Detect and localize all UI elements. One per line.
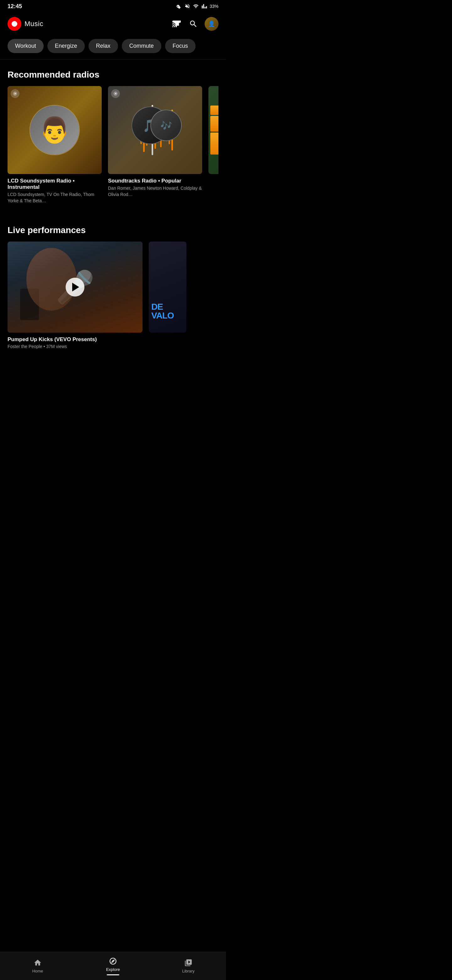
recommended-radios-title: Recommended radios — [8, 70, 219, 80]
radio-cards-scroll[interactable]: 👨 LCD Soundsystem Radio • Instrumental L… — [8, 86, 219, 209]
radio-card-soundtracks-sub: Dan Romer, James Newton Howard, Coldplay… — [108, 185, 202, 197]
mood-chip-workout[interactable]: Workout — [8, 39, 44, 53]
cast-icon — [172, 19, 181, 28]
signal-icon — [201, 3, 207, 9]
mood-chips-container: Workout Energize Relax Commute Focus — [0, 35, 226, 57]
logo-area: Music — [8, 17, 43, 31]
puk-subtitle: Foster the People • 37M views — [8, 344, 143, 349]
live-performances-section: Live performances 🎤 Pumped Up — [0, 218, 226, 356]
bottom-spacer — [0, 356, 226, 388]
recommended-radios-section: Recommended radios — [0, 62, 226, 212]
radio-card-soundtracks[interactable]: 🎵 🎶 Soundtracks Radio • Popular Dan Rome… — [108, 86, 202, 204]
section-divider — [0, 59, 226, 60]
puk-play-button[interactable] — [66, 278, 84, 296]
lorde-partial-image: DEVALO — [149, 242, 186, 332]
mood-chip-relax[interactable]: Relax — [89, 39, 118, 53]
perf-card-puk-image: 🎤 — [8, 242, 143, 332]
status-time: 12:45 — [8, 3, 22, 10]
yt-music-logo — [8, 17, 21, 31]
key-icon — [176, 3, 182, 9]
battery-status: 33% — [210, 4, 219, 9]
radio-card-lcd-sub: LCD Soundsystem, TV On The Radio, Thom Y… — [8, 192, 102, 204]
status-icons: 33% — [176, 3, 219, 9]
radio-card-partial-image — [208, 86, 219, 174]
perf-card-pumped-up-kicks[interactable]: 🎤 Pumped Up Kicks (VEVO Presents) Foster… — [8, 242, 143, 349]
live-performances-title: Live performances — [8, 225, 219, 235]
mood-chip-energize[interactable]: Energize — [48, 39, 85, 53]
profile-avatar[interactable]: 👤 — [205, 17, 219, 31]
header-actions: 👤 — [171, 17, 219, 31]
mood-chip-commute[interactable]: Commute — [122, 39, 161, 53]
radio-card-lcd[interactable]: 👨 LCD Soundsystem Radio • Instrumental L… — [8, 86, 102, 204]
status-bar: 12:45 33% — [0, 0, 226, 13]
radio-play-icon-lcd[interactable] — [11, 89, 19, 98]
cast-button[interactable] — [171, 18, 182, 30]
radio-card-lcd-image: 👨 — [8, 86, 102, 174]
radio-card-soundtracks-title: Soundtracks Radio • Popular — [108, 178, 202, 184]
avatar-icon: 👤 — [208, 21, 215, 27]
radio-card-lcd-title: LCD Soundsystem Radio • Instrumental — [8, 178, 102, 190]
mood-chip-focus[interactable]: Focus — [165, 39, 195, 53]
app-title: Music — [24, 20, 43, 28]
radio-play-icon-soundtracks[interactable] — [111, 89, 120, 98]
radio-card-partial[interactable] — [208, 86, 219, 204]
search-icon — [189, 19, 198, 28]
app-header: Music 👤 — [0, 13, 226, 35]
soundtracks-collage: 🎵 🎶 — [128, 103, 182, 157]
search-button[interactable] — [188, 18, 199, 30]
performance-cards-scroll[interactable]: 🎤 Pumped Up Kicks (VEVO Presents) Foster… — [8, 242, 219, 354]
radio-card-soundtracks-image: 🎵 🎶 — [108, 86, 202, 174]
play-triangle — [72, 283, 79, 291]
puk-title: Pumped Up Kicks (VEVO Presents) — [8, 336, 143, 343]
perf-card-lorde-partial[interactable]: DEVALO — [149, 242, 186, 349]
artist-circle-lcd: 👨 — [30, 105, 80, 155]
mute-icon — [185, 3, 190, 9]
wifi-icon — [193, 3, 199, 9]
